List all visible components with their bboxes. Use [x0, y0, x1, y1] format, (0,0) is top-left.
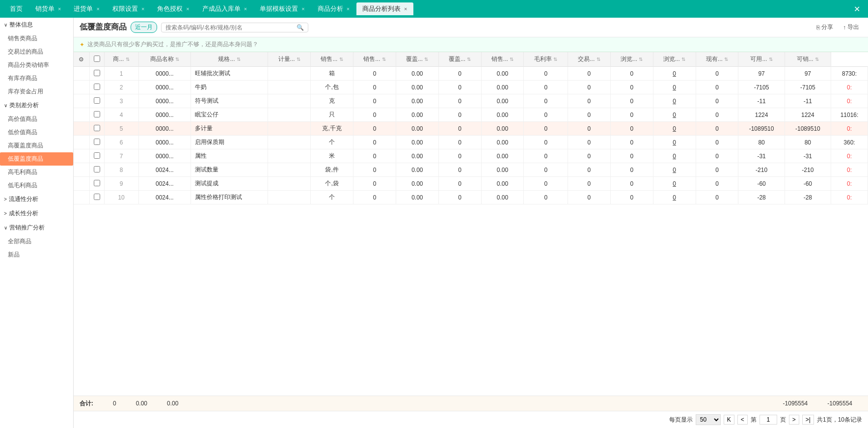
cell-checkbox[interactable]	[89, 122, 104, 136]
col-cover2[interactable]: 覆盖... ⇅	[438, 52, 481, 67]
first-page-button[interactable]: K	[724, 415, 734, 425]
nav-product-analysis-list[interactable]: 商品分析列表 ×	[356, 2, 413, 15]
next-page-button[interactable]: >	[789, 415, 799, 425]
sidebar-item-low-value[interactable]: 低价值商品	[0, 126, 73, 139]
nav-role-auth[interactable]: 角色授权 ×	[151, 2, 195, 15]
cell-browse1[interactable]: 0	[653, 94, 696, 108]
col-sales-amt[interactable]: 销售... ⇅	[353, 52, 396, 67]
share-button[interactable]: ⎘ 分享	[814, 22, 836, 33]
browse1-link[interactable]: 0	[673, 153, 676, 160]
cell-checkbox[interactable]	[89, 177, 104, 191]
cell-browse1[interactable]: 0	[653, 163, 696, 177]
nav-sales-order[interactable]: 销货单 ×	[29, 2, 67, 15]
cell-checkbox[interactable]	[89, 67, 104, 81]
sidebar-section-growth[interactable]: > 成长性分析	[0, 206, 73, 221]
browse1-link[interactable]: 0	[673, 167, 676, 173]
cell-checkbox[interactable]	[89, 149, 104, 163]
sidebar-item-category-sales-rate[interactable]: 商品分类动销率	[0, 58, 73, 72]
sidebar-item-high-value[interactable]: 高价值商品	[0, 113, 73, 126]
col-sales3[interactable]: 销售... ⇅	[481, 52, 524, 67]
row-checkbox[interactable]	[94, 194, 100, 200]
sidebar-section-category-analysis[interactable]: ∨ 类别差分析	[0, 98, 73, 113]
nav-purchase-order[interactable]: 进货单 ×	[68, 2, 105, 15]
nav-close-template-settings[interactable]: ×	[301, 6, 304, 12]
nav-close-product-analysis[interactable]: ×	[347, 6, 350, 12]
sidebar-item-all-goods[interactable]: 全部商品	[0, 235, 73, 248]
cell-checkbox[interactable]	[89, 136, 104, 149]
cell-browse1[interactable]: 0	[653, 81, 696, 94]
col-spec[interactable]: 规格... ⇅	[190, 52, 268, 67]
col-browse2[interactable]: 浏览... ⇅	[653, 52, 696, 67]
sidebar-section-circulation[interactable]: > 流通性分析	[0, 192, 73, 206]
col-name[interactable]: 商品名称 ⇅	[138, 52, 190, 67]
cell-browse1[interactable]: 0	[653, 67, 696, 81]
browse1-link[interactable]: 0	[673, 70, 676, 77]
sidebar-item-traded-goods[interactable]: 交易过的商品	[0, 45, 73, 58]
select-all-checkbox[interactable]	[94, 56, 100, 62]
browse1-link[interactable]: 0	[673, 112, 676, 118]
nav-close-product-storage[interactable]: ×	[244, 6, 247, 12]
browse1-link[interactable]: 0	[673, 139, 676, 146]
row-checkbox[interactable]	[94, 97, 100, 104]
row-checkbox[interactable]	[94, 70, 100, 76]
col-unit[interactable]: 计量... ⇅	[268, 52, 311, 67]
col-saleable[interactable]: 可销... ⇅	[785, 52, 831, 67]
cell-browse1[interactable]: 0	[653, 108, 696, 122]
cell-browse1[interactable]: 0	[653, 149, 696, 163]
row-checkbox[interactable]	[94, 111, 100, 117]
cell-checkbox[interactable]	[89, 163, 104, 177]
sidebar-item-high-coverage[interactable]: 高覆盖度商品	[0, 139, 73, 152]
nav-close-purchase-order[interactable]: ×	[96, 6, 99, 12]
cell-browse1[interactable]: 0	[653, 191, 696, 204]
nav-product-storage[interactable]: 产成品入库单 ×	[196, 2, 253, 15]
browse1-link[interactable]: 0	[673, 180, 676, 187]
sidebar-section-marketing[interactable]: ∨ 营销推广分析	[0, 221, 73, 235]
export-button[interactable]: ↑ 导出	[840, 22, 862, 33]
window-close-button[interactable]: ✕	[850, 2, 864, 16]
row-checkbox[interactable]	[94, 84, 100, 90]
browse1-link[interactable]: 0	[673, 98, 676, 105]
sidebar-item-new-goods[interactable]: 新品	[0, 248, 73, 261]
nav-close-sales-order[interactable]: ×	[58, 6, 61, 12]
cell-checkbox[interactable]	[89, 108, 104, 122]
prev-page-button[interactable]: <	[737, 415, 748, 425]
row-checkbox[interactable]	[94, 166, 100, 172]
browse1-link[interactable]: 0	[673, 125, 676, 132]
sidebar-item-sales-goods[interactable]: 销售类商品	[0, 32, 73, 45]
col-current-stock[interactable]: 现有... ⇅	[696, 52, 738, 67]
browse1-link[interactable]: 0	[673, 84, 676, 91]
nav-close-product-analysis-list[interactable]: ×	[404, 6, 407, 12]
search-input[interactable]	[165, 24, 295, 31]
date-filter-button[interactable]: 近一月	[131, 22, 157, 33]
page-size-select[interactable]: 50 20 100 200	[696, 414, 721, 425]
col-code[interactable]: 商... ⇅	[104, 52, 138, 67]
cell-browse1[interactable]: 0	[653, 136, 696, 149]
nav-home[interactable]: 首页	[4, 2, 28, 15]
sidebar-item-low-coverage[interactable]: 低覆盖度商品	[0, 152, 73, 166]
nav-close-role-auth[interactable]: ×	[186, 6, 189, 12]
nav-product-analysis[interactable]: 商品分析 ×	[312, 2, 355, 15]
row-checkbox[interactable]	[94, 125, 100, 131]
col-settings[interactable]: ⚙	[74, 52, 89, 67]
col-available-stock[interactable]: 可用... ⇅	[738, 52, 785, 67]
row-checkbox[interactable]	[94, 152, 100, 159]
col-cover1[interactable]: 覆盖... ⇅	[396, 52, 438, 67]
page-number-input[interactable]	[760, 415, 777, 425]
col-trade[interactable]: 交易... ⇅	[568, 52, 611, 67]
col-gross-rate[interactable]: 毛利率 ⇅	[524, 52, 568, 67]
cell-checkbox[interactable]	[89, 94, 104, 108]
nav-close-permissions[interactable]: ×	[141, 6, 144, 12]
col-sales-qty[interactable]: 销售... ⇅	[311, 52, 353, 67]
col-browse1[interactable]: 浏览... ⇅	[610, 52, 653, 67]
sidebar-item-inventory-capital[interactable]: 库存资金占用	[0, 85, 73, 98]
row-checkbox[interactable]	[94, 139, 100, 145]
row-checkbox[interactable]	[94, 180, 100, 186]
cell-checkbox[interactable]	[89, 81, 104, 94]
cell-browse1[interactable]: 0	[653, 177, 696, 191]
nav-template-settings[interactable]: 单据模板设置 ×	[254, 2, 310, 15]
cell-checkbox[interactable]	[89, 191, 104, 204]
sidebar-item-in-stock-goods[interactable]: 有库存商品	[0, 72, 73, 85]
nav-permissions[interactable]: 权限设置 ×	[107, 2, 150, 15]
search-icon[interactable]: 🔍	[297, 24, 304, 31]
sidebar-section-overall[interactable]: ∨ 整体信息	[0, 18, 73, 32]
